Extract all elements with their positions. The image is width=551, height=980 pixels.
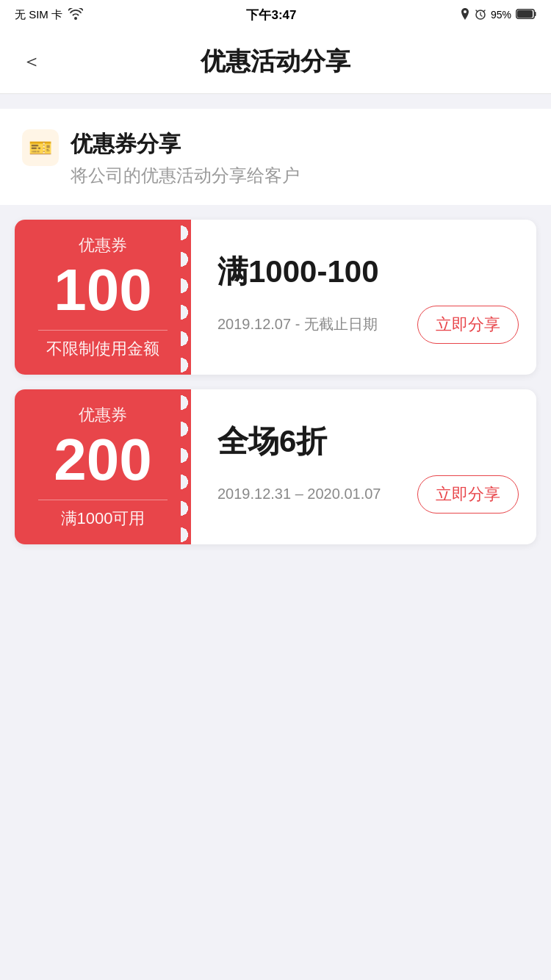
alarm-icon: [475, 8, 486, 22]
status-left: 无 SIM 卡: [15, 8, 83, 22]
section-title: 优惠券分享: [71, 129, 300, 159]
coupon-condition-0: 不限制使用金额: [46, 338, 159, 360]
coupon-left-0: 优惠券 100 不限制使用金额: [15, 220, 191, 375]
status-time: 下午3:47: [246, 7, 296, 24]
coupon-type-0: 优惠券: [79, 234, 127, 256]
location-icon: [460, 8, 470, 22]
svg-rect-3: [517, 10, 533, 18]
coupon-meta-1: 2019.12.31 – 2020.01.07 立即分享: [217, 475, 519, 514]
nav-bar: ＜ 优惠活动分享: [0, 29, 551, 94]
page-title: 优惠活动分享: [201, 45, 350, 79]
coupon-card: 优惠券 100 不限制使用金额 满1000-100 2019.12.07 - 无…: [15, 220, 536, 375]
coupon-title-1: 全场6折: [217, 421, 519, 462]
share-button-0[interactable]: 立即分享: [417, 306, 519, 344]
coupon-meta-0: 2019.12.07 - 无截止日期 立即分享: [217, 306, 519, 344]
coupon-type-1: 优惠券: [79, 404, 127, 426]
coupon-left-1: 优惠券 200 满1000可用: [15, 389, 191, 544]
coupon-amount-1: 200: [54, 430, 151, 489]
section-icon: 🎫: [22, 129, 59, 166]
coupon-right-1: 全场6折 2019.12.31 – 2020.01.07 立即分享: [191, 389, 536, 544]
svg-rect-2: [534, 12, 536, 16]
wifi-icon: [68, 8, 83, 22]
coupon-divider-0: [38, 330, 168, 331]
section-subtitle: 将公司的优惠活动分享给客户: [71, 164, 300, 187]
carrier-label: 无 SIM 卡: [15, 8, 62, 22]
battery-percent: 95%: [491, 9, 511, 21]
section-header: 🎫 优惠券分享 将公司的优惠活动分享给客户: [0, 109, 551, 205]
coupon-condition-1: 满1000可用: [61, 508, 145, 530]
coupon-date-1: 2019.12.31 – 2020.01.07: [217, 486, 381, 502]
coupon-divider-1: [38, 500, 168, 500]
coupon-date-0: 2019.12.07 - 无截止日期: [217, 314, 378, 334]
back-button[interactable]: ＜: [22, 48, 41, 74]
status-right: 95%: [460, 8, 536, 22]
status-bar: 无 SIM 卡 下午3:47 95%: [0, 0, 551, 29]
battery-icon: [516, 9, 536, 21]
coupon-card-1: 优惠券 200 满1000可用 全场6折 2019.12.31 – 2020.0…: [15, 389, 536, 544]
coupons-area: 优惠券 100 不限制使用金额 满1000-100 2019.12.07 - 无…: [0, 205, 551, 559]
coupon-title-0: 满1000-100: [217, 251, 519, 292]
coupon-right-0: 满1000-100 2019.12.07 - 无截止日期 立即分享: [191, 220, 536, 375]
coupon-amount-0: 100: [54, 261, 151, 320]
share-button-1[interactable]: 立即分享: [417, 475, 519, 514]
